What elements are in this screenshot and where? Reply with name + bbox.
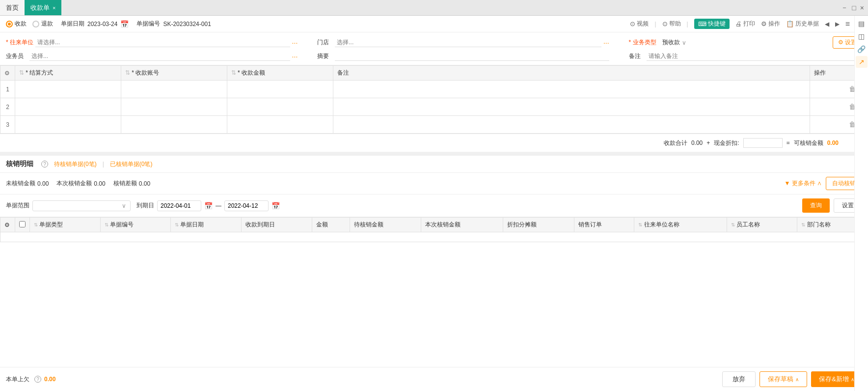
- uncancelled-label: 未核销金额: [6, 179, 35, 188]
- table-col-settings[interactable]: ⚙: [0, 66, 15, 81]
- footer-left: 本单上欠 ? 0.00: [6, 375, 55, 384]
- refund-radio[interactable]: 退款: [32, 20, 53, 28]
- row-3-remark[interactable]: [333, 116, 810, 134]
- date-end-input[interactable]: [224, 200, 269, 211]
- row-1-account[interactable]: [121, 81, 227, 98]
- footer-info-icon[interactable]: ?: [34, 376, 41, 383]
- print-button[interactable]: 🖨 打印: [735, 20, 755, 28]
- tab-home-label: 首页: [6, 3, 19, 12]
- row-2-remark[interactable]: [333, 98, 810, 116]
- current-label: 本次核销金额: [56, 179, 92, 188]
- footer-order-label: 本单上欠: [6, 375, 29, 384]
- video-button[interactable]: ⊙ 视频: [630, 20, 649, 28]
- row-3-account[interactable]: [121, 116, 227, 134]
- row-1-payment[interactable]: [15, 81, 121, 98]
- shop-more-button[interactable]: ···: [603, 39, 609, 47]
- business-type-label: * 业务类型: [629, 38, 656, 47]
- row-3-payment[interactable]: [15, 116, 121, 134]
- bt-gear-icon[interactable]: ⚙: [4, 222, 10, 228]
- row-2-amount[interactable]: [227, 98, 333, 116]
- row-2-account[interactable]: [121, 98, 227, 116]
- footer-actions: 放弃 保存草稿 ∧ 保存&新增 ∧: [722, 371, 862, 387]
- sort-dept: ⇅: [801, 222, 805, 227]
- total-value: 0.00: [691, 140, 703, 146]
- restore-button[interactable]: □: [852, 4, 856, 12]
- history-icon: 📋: [786, 20, 794, 28]
- row-1-remark[interactable]: [333, 81, 810, 98]
- close-button[interactable]: ×: [860, 4, 864, 12]
- reconcile-info-icon[interactable]: ?: [41, 161, 48, 168]
- staff-more-button[interactable]: ···: [292, 53, 298, 60]
- help-button[interactable]: ⊙ 帮助: [662, 20, 681, 28]
- remark-field: 备注: [629, 52, 862, 61]
- business-type-select[interactable]: 预收款 ∨: [662, 38, 825, 47]
- business-type-value: 预收款: [662, 38, 680, 47]
- bt-col-settings[interactable]: ⚙: [0, 218, 15, 232]
- sidebar-layout-icon[interactable]: ◫: [856, 30, 868, 42]
- query-button[interactable]: 查询: [802, 198, 830, 213]
- business-type-arrow: ∨: [682, 39, 686, 46]
- nav-right-button[interactable]: ▶: [835, 21, 840, 28]
- tab-receipt[interactable]: 收款单 ×: [25, 0, 61, 15]
- refund-radio-circle: [32, 21, 39, 28]
- footer-value: 0.00: [44, 376, 55, 383]
- remark-input[interactable]: [647, 52, 862, 61]
- history-button[interactable]: 📋 历史单据: [786, 20, 819, 28]
- bt-checkbox-all[interactable]: [19, 221, 26, 227]
- discard-button[interactable]: 放弃: [722, 371, 756, 387]
- shortcut-button[interactable]: ⌨ 快捷键: [694, 19, 730, 29]
- save-draft-button[interactable]: 保存草稿 ∧: [760, 371, 807, 387]
- done-tab[interactable]: 已核销单据(0笔): [110, 160, 153, 168]
- summary-row: 收款合计 0.00 + 现金折扣: = 可核销金额 0.00: [0, 134, 868, 152]
- row-2-payment[interactable]: [15, 98, 121, 116]
- staff-input[interactable]: [29, 52, 290, 61]
- save-draft-arrow: ∧: [795, 377, 799, 382]
- tab-home[interactable]: 首页: [0, 0, 25, 15]
- partner-more-button[interactable]: ···: [292, 39, 298, 47]
- diff-stat: 核销差额 0.00: [113, 179, 150, 188]
- tab-receipt-close[interactable]: ×: [53, 5, 55, 11]
- data-table: ⚙ ⇅ * 结算方式 ⇅ * 收款账号 ⇅ * 收款金额: [0, 65, 868, 134]
- save-new-arrow: ∧: [851, 377, 854, 382]
- summary-input[interactable]: [335, 52, 609, 61]
- nav-left-button[interactable]: ◀: [825, 21, 829, 28]
- date-start-input[interactable]: [157, 200, 201, 211]
- shop-input[interactable]: [335, 38, 601, 47]
- reconcile-header: 核销明细 ? 待核销单据(0笔) | 已核销单据(0笔): [0, 156, 868, 173]
- sidebar-expand-icon[interactable]: ↗: [856, 56, 868, 68]
- table-gear-icon[interactable]: ⚙: [4, 70, 10, 77]
- save-draft-label: 保存草稿: [768, 375, 793, 384]
- table-col-remark: 备注: [333, 66, 810, 81]
- date-start-calendar-icon[interactable]: 📅: [204, 202, 213, 210]
- operation-button[interactable]: ⚙ 操作: [761, 20, 780, 28]
- pending-tab[interactable]: 待核销单据(0笔): [54, 160, 97, 168]
- more-conditions-button[interactable]: ▼ 更多条件 ∧: [784, 179, 822, 188]
- row-1-amount[interactable]: [227, 81, 333, 98]
- diff-label: 核销差额: [113, 179, 137, 188]
- bt-col-discount: 折扣分摊额: [503, 218, 574, 232]
- partner-label: * 往来单位: [6, 38, 33, 47]
- bottom-table-area: ⚙ ⇅ 单据类型 ⇅ 单据编号: [0, 217, 868, 242]
- row-3-amount[interactable]: [227, 116, 333, 134]
- sidebar-table-icon[interactable]: ▤: [856, 18, 868, 29]
- reconcile-section: 核销明细 ? 待核销单据(0笔) | 已核销单据(0笔) 未核销金额 0.00 …: [0, 156, 868, 242]
- bt-col-pending: 待核销金额: [350, 218, 421, 232]
- bt-col-due-date: 收款到期日: [241, 218, 312, 232]
- section-divider: [0, 152, 868, 156]
- discount-input[interactable]: [743, 138, 783, 148]
- date-end-calendar-icon[interactable]: 📅: [271, 202, 280, 210]
- date-value: 2023-03-24: [87, 21, 117, 28]
- range-filter-select[interactable]: ∨: [32, 200, 131, 211]
- sidebar-link-icon[interactable]: 🔗: [856, 43, 868, 55]
- bt-col-checkbox[interactable]: [15, 218, 30, 232]
- list-view-button[interactable]: ≡: [845, 20, 850, 28]
- shop-field: 门店 ···: [317, 38, 609, 47]
- receipt-radio[interactable]: 收款: [6, 20, 27, 28]
- minimize-button[interactable]: －: [841, 3, 848, 12]
- partner-input[interactable]: [35, 38, 290, 47]
- bt-col-amount: 金额: [312, 218, 350, 232]
- table-row: 2 🗑 ⧉: [0, 98, 868, 116]
- separator-1: |: [654, 21, 656, 28]
- calendar-icon[interactable]: 📅: [120, 20, 129, 28]
- shortcut-icon: ⌨: [698, 21, 706, 28]
